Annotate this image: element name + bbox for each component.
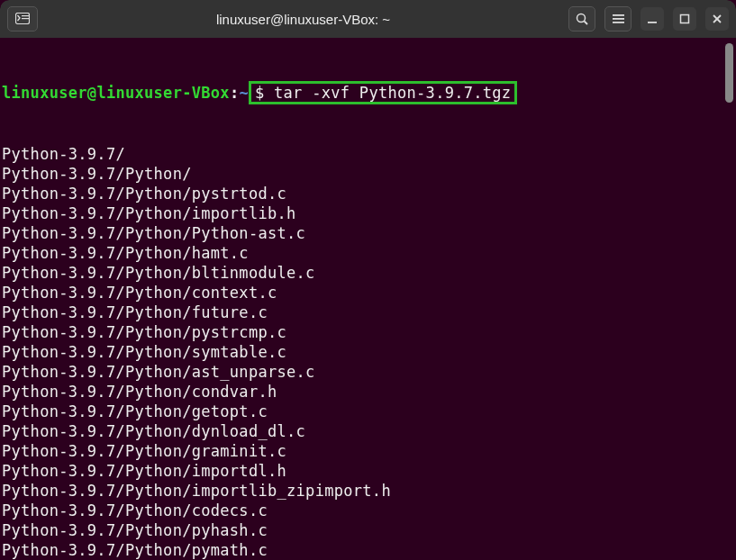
output-line: Python-3.9.7/Python/codecs.c (1, 501, 735, 520)
output-line: Python-3.9.7/Python/condvar.h (1, 382, 735, 402)
prompt-line: linuxuser@linuxuser-VBox:~$ tar -xvf Pyt… (1, 81, 735, 104)
search-icon (576, 13, 589, 26)
minimize-button[interactable] (641, 7, 664, 31)
output-line: Python-3.9.7/Python/dynload_dl.c (1, 421, 735, 441)
terminal-area[interactable]: linuxuser@linuxuser-VBox:~$ tar -xvf Pyt… (0, 38, 736, 560)
terminal-tab-icon (15, 13, 30, 25)
terminal-content: linuxuser@linuxuser-VBox:~$ tar -xvf Pyt… (1, 41, 735, 560)
svg-rect-2 (22, 18, 29, 19)
minimize-icon (647, 14, 658, 24)
svg-rect-6 (613, 18, 624, 20)
svg-point-3 (577, 14, 585, 22)
svg-rect-8 (648, 22, 657, 23)
output-line: Python-3.9.7/Python/importlib.h (1, 203, 735, 223)
search-button[interactable] (568, 6, 595, 32)
maximize-button[interactable] (673, 7, 696, 31)
output-line: Python-3.9.7/Python/pyhash.c (1, 520, 735, 540)
prompt-at: @ (87, 84, 97, 102)
svg-line-4 (584, 21, 587, 24)
output-line: Python-3.9.7/Python/ast_unparse.c (1, 362, 735, 382)
output-line: Python-3.9.7/Python/graminit.c (1, 441, 735, 461)
output-line: Python-3.9.7/Python/bltinmodule.c (1, 263, 735, 283)
menu-button[interactable] (604, 6, 632, 32)
svg-rect-1 (22, 15, 29, 16)
output-line: Python-3.9.7/ (1, 144, 735, 164)
prompt-path: ~ (239, 84, 249, 102)
output-line: Python-3.9.7/Python/pystrtod.c (1, 184, 735, 203)
titlebar: linuxuser@linuxuser-VBox: ~ (0, 0, 736, 38)
close-icon (712, 14, 722, 24)
prompt-user: linuxuser (2, 84, 87, 102)
command-highlight: $ tar -xvf Python-3.9.7.tgz (249, 81, 517, 104)
output-line: Python-3.9.7/Python/Python-ast.c (1, 223, 735, 243)
new-tab-button[interactable] (7, 6, 38, 32)
output-line: Python-3.9.7/Python/getopt.c (1, 402, 735, 421)
output-line: Python-3.9.7/Python/future.c (1, 303, 735, 322)
svg-rect-7 (613, 22, 624, 23)
prompt-colon: : (230, 84, 240, 102)
svg-rect-5 (613, 14, 624, 16)
hamburger-icon (612, 13, 625, 25)
output-line: Python-3.9.7/Python/pymath.c (1, 540, 735, 560)
output-line: Python-3.9.7/Python/ (1, 164, 735, 184)
maximize-icon (679, 14, 690, 24)
output-line: Python-3.9.7/Python/pystrcmp.c (1, 322, 735, 342)
output-lines: Python-3.9.7/Python-3.9.7/Python/Python-… (1, 144, 735, 560)
prompt-host: linuxuser-VBox (96, 84, 230, 102)
close-button[interactable] (705, 7, 729, 31)
titlebar-right-controls (568, 6, 729, 32)
output-line: Python-3.9.7/Python/importlib_zipimport.… (1, 481, 735, 501)
svg-rect-9 (681, 15, 689, 23)
output-line: Python-3.9.7/Python/hamt.c (1, 243, 735, 263)
window-title: linuxuser@linuxuser-VBox: ~ (45, 12, 561, 27)
output-line: Python-3.9.7/Python/importdl.h (1, 461, 735, 481)
output-line: Python-3.9.7/Python/context.c (1, 283, 735, 303)
scrollbar-thumb[interactable] (725, 43, 733, 103)
output-line: Python-3.9.7/Python/symtable.c (1, 342, 735, 362)
